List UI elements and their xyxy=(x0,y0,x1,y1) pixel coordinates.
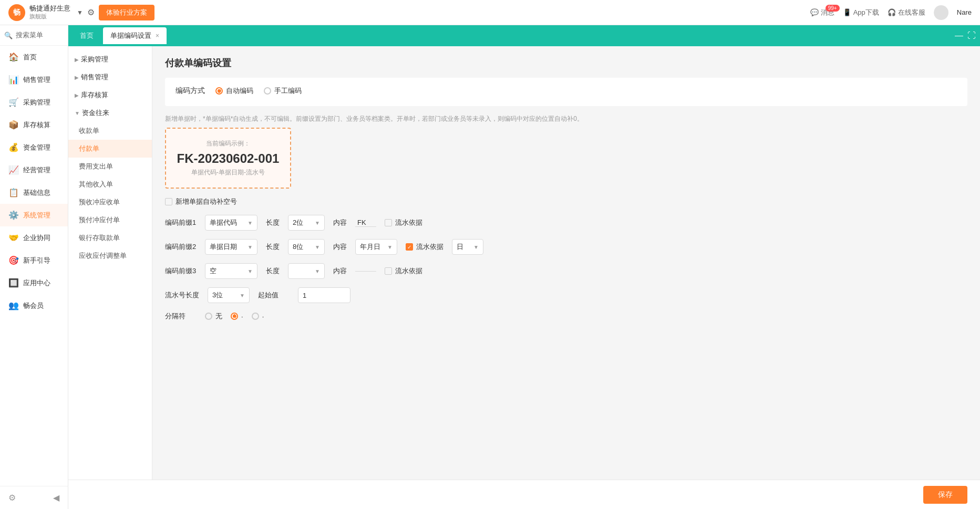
trial-button[interactable]: 体验行业方案 xyxy=(99,5,154,20)
sidebar-item-finance[interactable]: 💰 资金管理 xyxy=(0,136,68,159)
online-service-item[interactable]: 🎧 在线客服 xyxy=(888,8,925,17)
tab-bar: 首页 单据编码设置 × — ⛶ xyxy=(68,25,980,46)
sub-menu-item-pre-payment[interactable]: 预付冲应付单 xyxy=(68,211,152,229)
serial1-checkbox[interactable] xyxy=(385,219,392,226)
length3-select[interactable]: ▼ xyxy=(288,263,325,279)
avatar[interactable] xyxy=(934,5,948,20)
auto-fill-checkbox[interactable] xyxy=(165,198,172,205)
sub-menu-header-funds[interactable]: ▼ 资金往来 xyxy=(68,104,152,122)
sub-menu-header-inventory[interactable]: ▶ 库存核算 xyxy=(68,86,152,104)
length1-select[interactable]: 2位 ▼ xyxy=(288,215,325,231)
sidebar-item-purchase[interactable]: 🛒 采购管理 xyxy=(0,91,68,113)
sidebar-item-label: 应用中心 xyxy=(23,278,50,288)
auto-code-radio[interactable] xyxy=(215,87,223,95)
prefix2-arrow: ▼ xyxy=(247,244,253,250)
tab-code-setting[interactable]: 单据编码设置 × xyxy=(103,27,167,44)
manual-code-radio[interactable] xyxy=(264,87,271,95)
prefix2-select[interactable]: 单据日期 ▼ xyxy=(205,239,257,255)
sub-menu-item-other-income[interactable]: 其他收入单 xyxy=(68,175,152,193)
enterprise-icon: 🤝 xyxy=(8,233,19,243)
sub-menu-item-pre-receipt[interactable]: 预收冲应收单 xyxy=(68,193,152,211)
sep-none-option[interactable]: 无 xyxy=(205,311,222,321)
sub-menu-item-expense[interactable]: 费用支出单 xyxy=(68,158,152,175)
content2-select[interactable]: 年月日 ▼ xyxy=(355,239,397,255)
sep-dot1-radio[interactable] xyxy=(231,313,238,320)
content1-label: 内容 xyxy=(333,218,347,227)
code-method-section: 编码方式 自动编码 手工编码 xyxy=(165,78,967,106)
sidebar-collapse-icon[interactable]: ◀ xyxy=(53,493,59,503)
sep-dot2-label: · xyxy=(262,313,264,320)
tab-home[interactable]: 首页 xyxy=(73,27,101,44)
message-item[interactable]: 💬 消息 99+ xyxy=(810,8,834,17)
sales-icon: 📊 xyxy=(8,75,19,85)
prefix3-select[interactable]: 空 ▼ xyxy=(205,263,257,279)
sidebar-item-label: 首页 xyxy=(23,53,37,62)
sidebar-item-label: 畅会员 xyxy=(23,301,44,310)
separator-label: 分隔符 xyxy=(165,311,197,321)
length1-value: 2位 xyxy=(293,218,303,227)
code-method-row: 编码方式 自动编码 手工编码 xyxy=(176,86,957,96)
sub-menu-group-sales: ▶ 销售管理 xyxy=(68,68,152,86)
company-dropdown-icon[interactable]: ▼ xyxy=(77,9,83,16)
sidebar-nav: 🏠 首页 📊 销售管理 🛒 采购管理 📦 库存核算 💰 资金管理 📈 经 xyxy=(0,46,68,486)
content2-value: 年月日 xyxy=(360,242,380,252)
finance-icon: 💰 xyxy=(8,142,19,152)
sub-menu-item-payment[interactable]: 付款单 xyxy=(68,140,152,158)
serial-length-select[interactable]: 3位 ▼ xyxy=(208,287,250,303)
prefix1-select[interactable]: 单据代码 ▼ xyxy=(205,215,257,231)
serial2-label: 流水依据 xyxy=(416,242,443,252)
sub-menu-item-bank[interactable]: 银行存取款单 xyxy=(68,229,152,247)
sep-dot2-option[interactable]: · xyxy=(252,313,264,320)
day-select[interactable]: 日 ▼ xyxy=(452,239,483,255)
tab-minimize-icon[interactable]: — xyxy=(955,31,963,40)
auto-code-option[interactable]: 自动编码 xyxy=(215,86,253,96)
sidebar-item-home[interactable]: 🏠 首页 xyxy=(0,46,68,68)
sidebar-item-label: 经营管理 xyxy=(23,165,50,175)
serial3-label: 流水依据 xyxy=(395,266,422,276)
content3-label: 内容 xyxy=(333,266,347,276)
arrow-icon: ▼ xyxy=(75,110,80,116)
sidebar-item-sales[interactable]: 📊 销售管理 xyxy=(0,68,68,91)
sidebar-item-apps[interactable]: 🔲 应用中心 xyxy=(0,272,68,294)
sidebar-settings-icon[interactable]: ⚙ xyxy=(8,493,16,503)
sub-menu-item-adjustment[interactable]: 应收应付调整单 xyxy=(68,247,152,265)
start-value-input[interactable] xyxy=(298,287,350,303)
group-label: 资金往来 xyxy=(82,108,109,118)
group-label: 采购管理 xyxy=(81,55,108,64)
sidebar-item-label: 系统管理 xyxy=(23,211,50,220)
sub-menu-header-sales[interactable]: ▶ 销售管理 xyxy=(68,68,152,86)
day-arrow: ▼ xyxy=(473,244,479,250)
sidebar-item-operations[interactable]: 📈 经营管理 xyxy=(0,159,68,181)
serial2-check: ✓ 流水依据 xyxy=(406,242,443,252)
sep-dot1-option[interactable]: · xyxy=(231,313,243,320)
serial2-checkbox[interactable]: ✓ xyxy=(406,243,413,251)
sidebar-item-enterprise[interactable]: 🤝 企业协同 xyxy=(0,226,68,249)
settings-icon[interactable]: ⚙ xyxy=(87,7,95,17)
logo-text-area: 畅捷通好生意 旗舰版 xyxy=(29,4,70,21)
phone-icon: 📱 xyxy=(843,8,851,16)
manual-code-option[interactable]: 手工编码 xyxy=(264,86,302,96)
sub-menu-header-purchase[interactable]: ▶ 采购管理 xyxy=(68,50,152,68)
serial3-checkbox[interactable] xyxy=(385,267,392,275)
sidebar-search[interactable]: 🔍 搜索菜单 xyxy=(0,25,68,46)
auto-fill-row: 新增单据自动补空号 xyxy=(165,197,967,206)
sep-dot2-radio[interactable] xyxy=(252,313,259,320)
save-button[interactable]: 保存 xyxy=(923,486,967,504)
sub-menu-item-receipt[interactable]: 收款单 xyxy=(68,122,152,140)
tab-expand-icon[interactable]: ⛶ xyxy=(967,31,976,40)
sep-dot1-label: · xyxy=(241,313,243,320)
sidebar-item-member[interactable]: 👥 畅会员 xyxy=(0,294,68,317)
sidebar-item-system[interactable]: ⚙️ 系统管理 xyxy=(0,204,68,226)
sub-menu-group-funds: ▼ 资金往来 收款单 付款单 费用支出单 其他收入单 预收冲应收单 预付冲应付单… xyxy=(68,104,152,265)
tab-close-icon[interactable]: × xyxy=(156,32,159,39)
sidebar-item-label: 新手引导 xyxy=(23,256,50,265)
tab-bar-right: — ⛶ xyxy=(955,31,976,40)
length2-value: 8位 xyxy=(293,242,303,252)
sidebar-item-inventory[interactable]: 📦 库存核算 xyxy=(0,113,68,136)
length2-arrow: ▼ xyxy=(315,244,320,250)
length2-select[interactable]: 8位 ▼ xyxy=(288,239,325,255)
sidebar-item-guide[interactable]: 🎯 新手引导 xyxy=(0,249,68,272)
sep-none-radio[interactable] xyxy=(205,313,212,320)
app-download-item[interactable]: 📱 App下载 xyxy=(843,8,879,17)
sidebar-item-basic[interactable]: 📋 基础信息 xyxy=(0,181,68,204)
